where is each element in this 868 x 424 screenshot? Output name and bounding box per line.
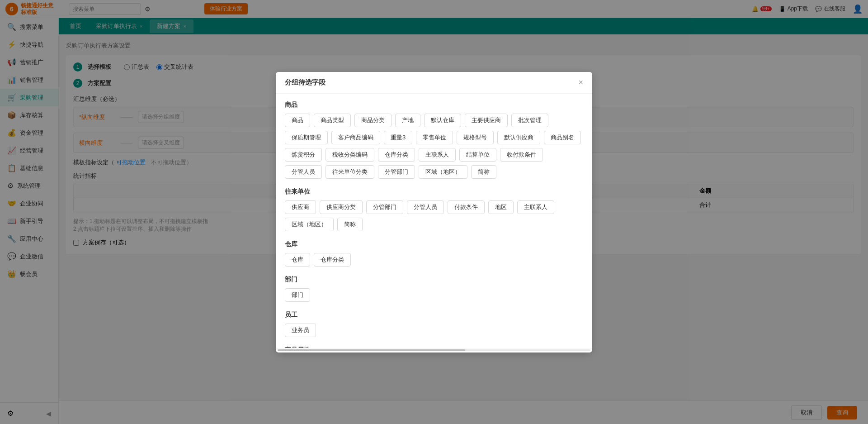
chip-product-14[interactable]: 炼货积分 <box>285 148 322 162</box>
chip-product-0[interactable]: 商品 <box>285 114 310 127</box>
chip-product-3[interactable]: 产地 <box>395 114 420 127</box>
chip-partner-2[interactable]: 分管部门 <box>366 200 403 214</box>
chip-dept-0[interactable]: 部门 <box>285 288 310 302</box>
product-chips: 商品 商品类型 商品分类 产地 默认仓库 主要供应商 批次管理 保质期管理 客户… <box>285 114 583 179</box>
chip-partner-3[interactable]: 分管人员 <box>407 200 444 214</box>
modal-horizontal-scrollbar[interactable] <box>276 348 592 353</box>
chip-product-17[interactable]: 主联系人 <box>419 148 456 162</box>
modal-close-button[interactable]: × <box>578 78 583 86</box>
chip-product-8[interactable]: 客户商品编码 <box>331 131 380 144</box>
chip-product-13[interactable]: 商品别名 <box>544 131 581 144</box>
chip-partner-4[interactable]: 付款条件 <box>448 200 485 214</box>
chip-partner-1[interactable]: 供应商分类 <box>320 200 363 214</box>
field-group-title-dept: 部门 <box>285 276 583 284</box>
chip-product-4[interactable]: 默认仓库 <box>424 114 461 127</box>
field-group-title-product: 商品 <box>285 101 583 109</box>
chip-product-2[interactable]: 商品分类 <box>354 114 392 127</box>
employee-chips: 业务员 <box>285 324 583 337</box>
chip-product-15[interactable]: 税收分类编码 <box>326 148 374 162</box>
chip-product-5[interactable]: 主要供应商 <box>465 114 508 127</box>
chip-product-12[interactable]: 默认供应商 <box>497 131 540 144</box>
chip-product-7[interactable]: 保质期管理 <box>285 131 328 144</box>
chip-partner-5[interactable]: 地区 <box>488 200 514 214</box>
modal-header: 分组待选字段 × <box>276 72 592 94</box>
dept-chips: 部门 <box>285 288 583 302</box>
chip-warehouse-0[interactable]: 仓库 <box>285 253 310 267</box>
warehouse-chips: 仓库 仓库分类 <box>285 253 583 267</box>
modal-overlay: 分组待选字段 × 商品 商品 商品类型 商品分类 产地 默认仓库 主要供应商 批… <box>0 0 868 424</box>
field-group-title-partner: 往来单位 <box>285 188 583 196</box>
chip-partner-0[interactable]: 供应商 <box>285 200 316 214</box>
chip-partner-7[interactable]: 区域（地区） <box>285 218 334 231</box>
chip-product-10[interactable]: 零售单位 <box>416 131 453 144</box>
chip-product-21[interactable]: 往来单位分类 <box>326 165 374 179</box>
field-group-title-employee: 员工 <box>285 311 583 319</box>
chip-product-18[interactable]: 结算单位 <box>459 148 496 162</box>
chip-product-9[interactable]: 重量3 <box>384 131 412 144</box>
chip-partner-6[interactable]: 主联系人 <box>517 200 554 214</box>
chip-product-20[interactable]: 分管人员 <box>285 165 322 179</box>
modal-body: 商品 商品 商品类型 商品分类 产地 默认仓库 主要供应商 批次管理 保质期管理… <box>276 94 592 348</box>
field-group-partner: 往来单位 供应商 供应商分类 分管部门 分管人员 付款条件 地区 主联系人 区域… <box>285 188 583 231</box>
chip-product-19[interactable]: 收付款条件 <box>500 148 543 162</box>
chip-employee-0[interactable]: 业务员 <box>285 324 316 337</box>
chip-warehouse-1[interactable]: 仓库分类 <box>314 253 351 267</box>
chip-product-23[interactable]: 区域（地区） <box>419 165 467 179</box>
field-group-product: 商品 商品 商品类型 商品分类 产地 默认仓库 主要供应商 批次管理 保质期管理… <box>285 101 583 179</box>
field-group-employee: 员工 业务员 <box>285 311 583 337</box>
modal-dialog: 分组待选字段 × 商品 商品 商品类型 商品分类 产地 默认仓库 主要供应商 批… <box>276 72 592 353</box>
field-group-title-warehouse: 仓库 <box>285 240 583 248</box>
field-group-dept: 部门 部门 <box>285 276 583 302</box>
partner-chips: 供应商 供应商分类 分管部门 分管人员 付款条件 地区 主联系人 区域（地区） … <box>285 200 583 231</box>
modal-title: 分组待选字段 <box>285 78 326 87</box>
chip-product-24[interactable]: 简称 <box>471 165 496 179</box>
chip-partner-8[interactable]: 简称 <box>337 218 363 231</box>
chip-product-1[interactable]: 商品类型 <box>314 114 351 127</box>
field-group-warehouse: 仓库 仓库 仓库分类 <box>285 240 583 267</box>
chip-product-11[interactable]: 规格型号 <box>457 131 494 144</box>
chip-product-22[interactable]: 分管部门 <box>378 165 415 179</box>
chip-product-16[interactable]: 仓库分类 <box>378 148 415 162</box>
chip-product-6[interactable]: 批次管理 <box>511 114 548 127</box>
